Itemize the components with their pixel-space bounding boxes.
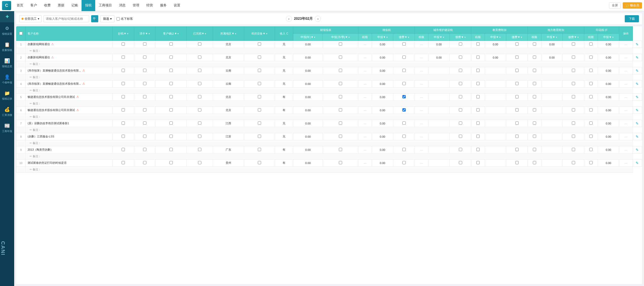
row-checkbox[interactable] (402, 56, 406, 59)
row-checkbox[interactable] (258, 42, 261, 46)
row-checkbox[interactable] (122, 95, 125, 98)
nav-service[interactable]: 服务 (157, 0, 170, 11)
checkbox-cell[interactable] (323, 94, 358, 101)
row-checkbox[interactable] (515, 95, 519, 98)
row-checkbox[interactable] (476, 56, 480, 59)
row-checkbox[interactable] (589, 42, 593, 46)
row-checkbox[interactable] (143, 108, 146, 112)
checkbox-cell[interactable] (244, 80, 275, 87)
row-checkbox[interactable] (459, 82, 462, 85)
row-checkbox[interactable] (515, 135, 519, 138)
checkbox-cell[interactable] (450, 67, 471, 74)
checkbox-cell[interactable] (323, 107, 358, 114)
row-checkbox[interactable] (533, 82, 536, 85)
checkbox-cell[interactable] (450, 146, 471, 153)
row-checkbox[interactable] (258, 121, 261, 125)
row-checkbox[interactable] (459, 148, 462, 151)
row-checkbox[interactable] (589, 135, 593, 138)
checkbox-cell[interactable] (528, 146, 541, 153)
checkbox-cell[interactable] (450, 107, 471, 114)
row-checkbox[interactable] (459, 108, 462, 112)
row-checkbox[interactable] (143, 69, 146, 72)
employee-filter-dropdown[interactable]: 全部员工 ▾ (19, 15, 42, 22)
checkbox-cell[interactable] (393, 133, 415, 140)
checkbox-cell[interactable] (393, 120, 415, 127)
checkbox-cell[interactable] (506, 146, 528, 153)
checkbox-cell[interactable] (563, 80, 584, 87)
row-checkbox[interactable] (515, 82, 519, 85)
row-checkbox[interactable] (533, 161, 536, 164)
checkbox-cell[interactable] (563, 107, 584, 114)
operations-cell[interactable]: ✎ (633, 80, 642, 87)
row-checkbox[interactable] (476, 135, 480, 138)
row-checkbox[interactable] (589, 69, 593, 72)
row-checkbox[interactable] (122, 121, 125, 125)
row-checkbox[interactable] (258, 56, 261, 59)
filter-button[interactable]: 筛选 ▾ (100, 15, 114, 22)
checkbox-cell[interactable] (528, 159, 541, 167)
row-checkbox[interactable] (515, 42, 519, 46)
checkbox-cell[interactable] (112, 41, 134, 48)
checkbox-cell[interactable] (155, 67, 187, 74)
row-checkbox[interactable] (402, 161, 406, 164)
row-checkbox[interactable] (533, 135, 536, 138)
nav-home[interactable]: 首页 (13, 0, 27, 11)
row-checkbox[interactable] (169, 121, 173, 125)
checkbox-cell[interactable] (134, 54, 155, 61)
th-edu-declare[interactable]: 申报▼ (485, 34, 506, 41)
checkbox-cell[interactable] (506, 159, 528, 167)
row-checkbox[interactable] (143, 82, 146, 85)
sidebar-item-tax-record[interactable]: 📁 报税记录 (0, 87, 14, 103)
row-checkbox[interactable] (339, 121, 342, 125)
checkbox-cell[interactable] (155, 120, 187, 127)
row-checkbox[interactable] (459, 121, 462, 125)
row-checkbox[interactable] (589, 82, 593, 85)
row-checkbox[interactable] (572, 56, 575, 59)
checkbox-cell[interactable] (506, 41, 528, 48)
checkbox-cell[interactable] (244, 41, 275, 48)
row-checkbox[interactable] (402, 42, 406, 46)
row-checkbox[interactable] (533, 69, 536, 72)
checkbox-cell[interactable] (506, 107, 528, 114)
checkbox-cell[interactable] (471, 41, 485, 48)
checkbox-cell[interactable] (584, 107, 598, 114)
row-checkbox[interactable] (402, 121, 406, 125)
sidebar-item-tax-settings[interactable]: ⚙ 报税设置 (0, 22, 14, 39)
checkbox-cell[interactable] (528, 133, 541, 140)
nav-settings[interactable]: 设置 (170, 0, 184, 11)
operations-cell[interactable]: ✎ (633, 67, 642, 74)
checkbox-cell[interactable] (155, 159, 187, 167)
checkbox-cell[interactable] (187, 159, 213, 167)
checkbox-cell[interactable] (155, 41, 187, 48)
checkbox-cell[interactable] (134, 120, 155, 127)
row-checkbox[interactable] (122, 42, 125, 46)
checkbox-cell[interactable] (187, 107, 213, 114)
checkbox-cell[interactable] (187, 94, 213, 101)
checkbox-cell[interactable] (244, 159, 275, 167)
checkbox-cell[interactable] (244, 133, 275, 140)
row-checkbox[interactable] (169, 69, 173, 72)
checkbox-cell[interactable] (134, 133, 155, 140)
row-checkbox[interactable] (198, 108, 201, 112)
row-checkbox[interactable] (122, 69, 125, 72)
row-checkbox[interactable] (143, 121, 146, 125)
th-financial-year[interactable]: 申报(年)▼ (293, 34, 323, 41)
checkbox-cell[interactable] (323, 120, 358, 127)
row-checkbox[interactable] (258, 135, 261, 138)
note-cell[interactable]: ✏ 备注： (26, 114, 633, 120)
checkbox-cell[interactable] (584, 67, 598, 74)
row-checkbox[interactable] (122, 161, 125, 164)
row-checkbox[interactable] (169, 108, 173, 112)
next-month-button[interactable]: › (315, 16, 321, 22)
row-checkbox[interactable] (339, 95, 342, 98)
row-checkbox[interactable] (143, 135, 146, 138)
checkbox-cell[interactable] (155, 107, 187, 114)
checkbox-cell[interactable] (528, 107, 541, 114)
row-checkbox[interactable] (122, 135, 125, 138)
row-checkbox[interactable] (515, 56, 519, 59)
checkbox-cell[interactable] (528, 54, 541, 61)
checkbox-cell[interactable] (134, 159, 155, 167)
row-checkbox[interactable] (476, 82, 480, 85)
row-checkbox[interactable] (198, 135, 201, 138)
checkbox-cell[interactable] (323, 80, 358, 87)
